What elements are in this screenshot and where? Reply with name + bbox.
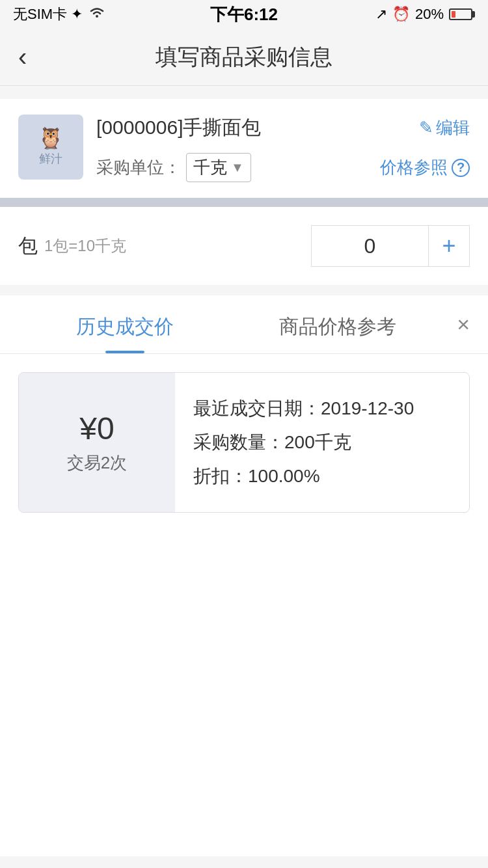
discount-row: 折扣：100.00% [193, 464, 451, 489]
price-ref-label: 价格参照 [380, 156, 448, 179]
recent-date-value: 2019-12-30 [321, 398, 414, 418]
back-button[interactable]: ‹ [18, 42, 27, 72]
quantity-unit-label: 包 [18, 233, 38, 260]
recent-date-row: 最近成交日期：2019-12-30 [193, 396, 451, 421]
tab-history-price[interactable]: 历史成交价 [18, 295, 231, 353]
amount-value: 0 [97, 411, 115, 446]
tab-price-ref-label: 商品价格参考 [279, 316, 396, 337]
status-right: ↗ ⏰ 20% [375, 6, 475, 23]
unit-selector-area: 采购单位： 千克 ▼ [96, 153, 251, 182]
panel-container: 历史成交价 商品价格参考 × ¥0 交易2次 最近成交日期：2019-12-30… [0, 295, 488, 531]
discount-value: 100.00% [248, 466, 320, 486]
tab-product-price-ref[interactable]: 商品价格参考 [231, 295, 444, 353]
purchase-qty-row: 采购数量：200千克 [193, 430, 451, 455]
recent-date-label: 最近成交日期： [193, 398, 321, 418]
battery-percent: 20% [415, 6, 444, 23]
nav-bar: ‹ 填写商品采购信息 [0, 29, 488, 86]
discount-label: 折扣： [193, 466, 248, 486]
quantity-sub-unit: 1包=10千克 [44, 236, 126, 256]
price-amount: ¥0 [79, 411, 114, 446]
product-logo-icon: 🦉 [38, 128, 64, 148]
history-price-content: ¥0 交易2次 最近成交日期：2019-12-30 采购数量：200千克 折扣：… [0, 354, 488, 531]
section-divider [0, 198, 488, 207]
status-left: 无SIM卡 ✦ [13, 5, 106, 24]
product-name: [0000006]手撕面包 [96, 115, 261, 141]
product-image: 🦉 鲜汁 [18, 115, 83, 180]
blank-area [0, 531, 488, 856]
product-unit-row: 采购单位： 千克 ▼ 价格参照 ? [96, 153, 470, 182]
unit-select-dropdown[interactable]: 千克 ▼ [186, 153, 251, 182]
product-info: [0000006]手撕面包 ✎ 编辑 采购单位： 千克 ▼ 价格参照 ? [96, 115, 470, 182]
purchase-unit-label: 采购单位： [96, 156, 181, 179]
purchase-qty-label: 采购数量： [193, 432, 284, 452]
carrier-text: 无SIM卡 ✦ [13, 5, 83, 24]
location-icon: ↗ [375, 6, 387, 23]
edit-icon: ✎ [419, 118, 433, 138]
price-card-right: 最近成交日期：2019-12-30 采购数量：200千克 折扣：100.00% [175, 373, 469, 512]
currency-symbol: ¥ [79, 411, 97, 446]
quantity-controls: + [311, 225, 470, 267]
price-card: ¥0 交易2次 最近成交日期：2019-12-30 采购数量：200千克 折扣：… [18, 372, 470, 513]
status-time: 下午6:12 [210, 3, 278, 26]
purchase-qty-value: 200千克 [284, 432, 351, 452]
product-header: [0000006]手撕面包 ✎ 编辑 [96, 115, 470, 141]
alarm-icon: ⏰ [392, 6, 410, 23]
quantity-row: 包 1包=10千克 + [0, 207, 488, 285]
page-title: 填写商品采购信息 [156, 42, 332, 72]
quantity-input[interactable] [311, 225, 428, 267]
quantity-plus-button[interactable]: + [428, 225, 470, 267]
panel-close-button[interactable]: × [444, 299, 470, 350]
price-ref-help-icon: ? [452, 159, 470, 177]
edit-label: 编辑 [436, 116, 470, 139]
trade-count: 交易2次 [67, 452, 127, 474]
tabs-row: 历史成交价 商品价格参考 × [0, 295, 488, 354]
logo-sub-text: 鲜汁 [39, 151, 62, 167]
price-reference-button[interactable]: 价格参照 ? [380, 156, 470, 179]
price-card-left: ¥0 交易2次 [19, 373, 175, 512]
dropdown-arrow-icon: ▼ [231, 160, 244, 175]
tab-history-label: 历史成交价 [76, 316, 174, 337]
edit-button[interactable]: ✎ 编辑 [419, 116, 470, 139]
quantity-label: 包 1包=10千克 [18, 233, 126, 260]
product-card: 🦉 鲜汁 [0000006]手撕面包 ✎ 编辑 采购单位： 千克 ▼ 价格参照 … [0, 99, 488, 198]
unit-value: 千克 [193, 156, 227, 179]
battery-icon [449, 8, 475, 20]
wifi-icon [88, 6, 106, 23]
status-bar: 无SIM卡 ✦ 下午6:12 ↗ ⏰ 20% [0, 0, 488, 29]
